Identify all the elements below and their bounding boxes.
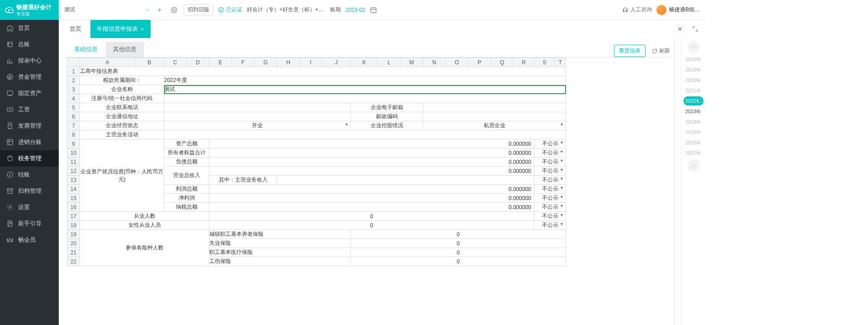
row-header[interactable]: 19 [67,230,80,239]
metric-value[interactable] [277,176,534,185]
biz-state-select[interactable]: 开业 [164,121,351,130]
company-name-input[interactable]: 测试 [164,85,566,94]
postcode-input[interactable] [423,112,566,121]
tab-annual-report[interactable]: 年报信息申报表 × [90,20,151,38]
fullscreen-button[interactable] [690,24,701,34]
main-biz-input[interactable] [164,130,566,139]
col-header[interactable]: S [534,58,555,67]
metric-value[interactable]: 0.000000 [209,203,534,212]
row-header[interactable]: 6 [67,112,80,121]
metric-value[interactable]: 0.000000 [209,148,534,158]
user-menu[interactable]: 畅捷通B组… [656,5,700,15]
col-header[interactable]: Q [491,58,514,67]
col-header[interactable]: I [300,58,322,67]
switch-old-button[interactable]: 切到旧版 [184,4,213,15]
insurance-value[interactable]: 0 [351,239,566,248]
metric-value[interactable]: 0.000000 [209,158,534,167]
company-select[interactable]: 测试 [64,6,150,14]
close-all-tabs-button[interactable] [675,24,685,34]
year-item[interactable]: 2021年 [684,86,703,95]
row-header[interactable]: 10 [67,148,80,158]
year-item[interactable]: 2023年 [684,107,703,116]
employees-value[interactable]: 0 [209,212,534,221]
tab-home[interactable]: 首页 [63,20,88,38]
metric-value[interactable]: 0.000000 [209,185,534,194]
col-header[interactable]: M [401,58,423,67]
col-header[interactable]: C [164,58,187,67]
col-header[interactable]: E [209,58,232,67]
metric-value[interactable]: 0.000000 [209,167,534,176]
disclosure-select[interactable]: 不公示 [534,221,566,230]
row-header[interactable]: 20 [67,239,80,248]
addr-input[interactable] [164,112,351,121]
disclosure-select[interactable]: 不公示 [534,194,566,203]
row-header[interactable]: 15 [67,194,80,203]
sidebar-item-ledger[interactable]: 总账 [0,36,59,53]
verified-badge[interactable]: 已认证 [218,6,242,14]
disclosure-select[interactable]: 不公示 [534,212,566,221]
row-header[interactable]: 9 [67,139,80,148]
disclosure-select[interactable]: 不公示 [534,148,566,158]
col-header[interactable]: B [135,58,164,67]
sidebar-item-guide[interactable]: 新手引导 [0,215,59,232]
calendar-icon[interactable] [370,6,377,14]
col-header[interactable]: H [277,58,300,67]
disclosure-select[interactable]: 不公示 [534,167,566,176]
sidebar-item-asset[interactable]: 固定资产 [0,85,59,101]
row-header[interactable]: 22 [67,257,80,266]
col-header[interactable] [67,58,80,67]
row-header[interactable]: 8 [67,130,80,139]
reset-report-button[interactable]: 重置报表 [614,45,646,57]
period-value[interactable]: 2023-02 [345,7,365,13]
year-item[interactable]: 2027年 [684,148,703,158]
row-header[interactable]: 4 [67,94,80,103]
insurance-value[interactable]: 0 [351,257,566,266]
sidebar-item-close-period[interactable]: 结账 [0,167,59,183]
year-item[interactable]: 2024年 [684,117,703,126]
col-header[interactable]: D [187,58,209,67]
sidebar-item-fund[interactable]: 资金管理 [0,69,59,85]
disclosure-select[interactable]: 不公示 [534,158,566,167]
disclosure-select[interactable]: 不公示 [534,185,566,194]
row-header[interactable]: 1 [67,67,80,76]
sidebar-item-settings[interactable]: 设置 [0,199,59,215]
year-up-button[interactable] [688,41,699,53]
col-header[interactable]: G [255,58,277,67]
year-down-button[interactable] [688,160,699,172]
disclosure-select[interactable]: 不公示 [534,176,566,185]
inner-tab[interactable]: 基础信息 [67,42,105,57]
add-company-button[interactable] [155,5,165,15]
row-header[interactable]: 21 [67,248,80,257]
year-item[interactable]: 2018年 [684,55,703,64]
col-header[interactable]: O [446,58,468,67]
sidebar-item-salary[interactable]: 工资 [0,101,59,118]
year-item[interactable]: 2019年 [684,65,703,74]
holding-select[interactable]: 私营企业 [423,121,566,130]
col-header[interactable]: N [423,58,446,67]
sidebar-item-invoice[interactable]: 发票管理 [0,118,59,134]
sidebar-item-tax[interactable]: 税务管理 [0,150,59,167]
sidebar-item-inventory[interactable]: 进销台账 [0,134,59,150]
row-header[interactable]: 7 [67,121,80,130]
company-settings-button[interactable] [169,5,179,15]
year-item[interactable]: 2020年 [684,76,703,85]
support-button[interactable]: 人工咨询 [622,6,652,14]
col-header[interactable]: R [514,58,534,67]
email-input[interactable] [423,103,566,112]
col-header[interactable]: P [468,58,491,67]
year-item[interactable]: 2026年 [684,138,703,147]
year-item[interactable]: 2022年 [684,96,703,105]
row-header[interactable]: 3 [67,85,80,94]
year-item[interactable]: 2025年 [684,128,703,137]
row-header[interactable]: 13 [67,176,80,185]
disclosure-select[interactable]: 不公示 [534,139,566,148]
col-header[interactable]: T [555,58,566,67]
row-header[interactable]: 16 [67,203,80,212]
row-header[interactable]: 18 [67,221,80,230]
spreadsheet[interactable]: ABCDEFGHIJKLMNOPQRST 1工商年报信息表2税款所属期间：202… [67,57,670,325]
col-header[interactable]: A [80,58,135,67]
close-icon[interactable]: × [141,26,144,33]
phone-input[interactable] [164,103,351,112]
col-header[interactable]: L [378,58,401,67]
reg-no-input[interactable] [164,94,566,103]
